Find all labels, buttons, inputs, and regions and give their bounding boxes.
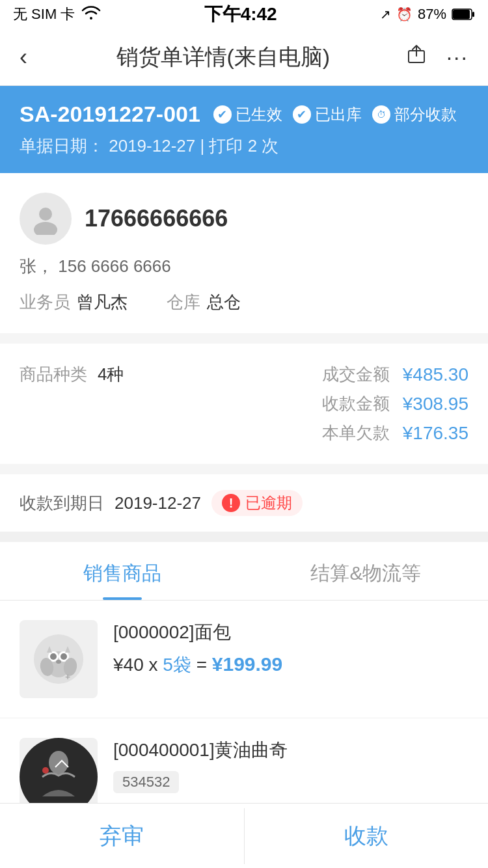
location-icon: ↗ [380,7,391,22]
customer-section: 17666666666 张， 156 6666 6666 业务员 曾凡杰 仓库 … [0,173,488,333]
customer-contact: 156 6666 6666 [58,256,171,276]
customer-row: 17666666666 [20,193,468,245]
print-info: | 打印 2 次 [200,136,278,156]
svg-point-14 [56,660,61,664]
cancel-button[interactable]: 弃审 [0,808,245,864]
svg-point-4 [39,208,52,221]
due-label: 收款到期日 [20,492,104,515]
svg-point-20 [42,767,49,774]
equals: = [191,655,212,675]
date-label: 单据日期： [20,136,104,156]
confirm-label: 收款 [344,823,388,848]
tab-products[interactable]: 销售商品 [0,542,244,600]
product-code: [0000002] [113,622,195,642]
salesperson-value: 曾凡杰 [77,291,128,314]
wifi-icon [81,5,101,23]
due-date: 2019-12-27 [115,493,201,513]
product-title: 黄油曲奇 [215,740,288,760]
svg-rect-1 [472,12,474,17]
svg-point-10 [50,653,57,660]
avatar [20,193,72,245]
product-name: [000400001]黄油曲奇 [113,738,468,763]
cancel-label: 弃审 [100,823,144,848]
due-section: 收款到期日 2019-12-27 ! 已逾期 [0,474,488,532]
product-thumbnail: + [20,620,98,698]
stats-section: 商品种类 4种 成交金额 ¥485.30 收款金额 ¥308.95 本单欠款 ¥… [0,344,488,464]
alarm-icon: ⏰ [396,7,413,22]
product-type-group: 商品种类 4种 [20,363,124,386]
no-sim-label: 无 SIM 卡 [13,5,75,24]
product-price-row: ¥40 x 5袋 = ¥199.99 [113,653,468,677]
order-id: SA-20191227-001 [20,102,200,127]
balance-row: 本单欠款 ¥176.35 [322,422,468,444]
bottom-bar: 弃审 收款 [0,803,488,868]
customer-phone: 17666666666 [85,205,228,232]
tab-products-label: 销售商品 [83,562,161,584]
svg-point-5 [34,222,57,235]
stats-row: 商品种类 4种 成交金额 ¥485.30 收款金额 ¥308.95 本单欠款 ¥… [20,363,468,444]
overdue-text: 已逾期 [245,493,292,513]
amount-row: 成交金额 ¥485.30 [322,363,468,386]
share-button[interactable] [406,44,427,70]
product-type-label: 商品种类 [20,363,87,386]
product-info: [0000002]面包 ¥40 x 5袋 = ¥199.99 [113,620,468,677]
tab-bar: 销售商品 结算&物流等 [0,542,488,601]
status-time: 下午4:42 [204,2,277,27]
warehouse-label: 仓库 [167,291,200,314]
received-value: ¥308.95 [403,394,468,414]
amounts-group: 成交金额 ¥485.30 收款金额 ¥308.95 本单欠款 ¥176.35 [322,363,468,444]
product-type-count: 4种 [98,363,124,386]
svg-point-11 [61,653,67,660]
status-badges: ✔ 已生效 ✔ 已出库 ⏱ 部分收款 [213,104,457,125]
order-date: 2019-12-27 [109,136,195,156]
customer-sub: 张， 156 6666 6666 [20,255,468,278]
battery-label: 87% [418,6,446,23]
svg-rect-2 [453,10,470,19]
svg-point-19 [49,751,68,774]
nav-bar: ‹ 销货单详情(来自电脑) ··· [0,29,488,86]
product-title: 面包 [195,622,231,642]
unit-price: ¥40 x [113,655,163,675]
order-id-row: SA-20191227-001 ✔ 已生效 ✔ 已出库 ⏱ 部分收款 [20,102,468,127]
received-row: 收款金额 ¥308.95 [322,392,468,415]
product-tag: 534532 [113,771,179,793]
warehouse-item: 仓库 总仓 [167,291,241,314]
warehouse-value: 总仓 [207,291,241,314]
product-code: [000400001] [113,740,215,760]
tab-settlement[interactable]: 结算&物流等 [244,542,488,600]
partial-label: 部分收款 [394,104,457,125]
badge-shipped: ✔ 已出库 [293,104,362,125]
shipped-label: 已出库 [315,104,362,125]
back-button[interactable]: ‹ [20,44,27,71]
product-item: + [0000002]面包 ¥40 x 5袋 = ¥199.99 [0,601,488,718]
status-right: ↗ ⏰ 87% [380,6,475,23]
tab-settlement-label: 结算&物流等 [310,562,421,584]
badge-partial: ⏱ 部分收款 [372,104,457,125]
svg-text:+: + [65,671,70,682]
partial-icon: ⏱ [372,105,390,124]
customer-name-text: 张， [20,256,53,276]
product-name: [0000002]面包 [113,620,468,645]
battery-icon [452,8,475,20]
order-header: SA-20191227-001 ✔ 已生效 ✔ 已出库 ⏱ 部分收款 单据日期：… [0,86,488,173]
nav-actions: ··· [406,44,468,70]
more-button[interactable]: ··· [446,44,468,70]
badge-effective: ✔ 已生效 [213,104,282,125]
amount-label: 成交金额 [322,363,390,386]
overdue-icon: ! [222,494,240,512]
page-title: 销货单详情(来自电脑) [40,42,406,72]
salesperson-label: 业务员 [20,291,70,314]
balance-value: ¥176.35 [403,423,468,444]
total-price: ¥199.99 [212,653,282,675]
confirm-button[interactable]: 收款 [245,808,489,864]
salesperson-item: 业务员 曾凡杰 [20,291,128,314]
amount-value: ¥485.30 [403,364,468,385]
section-divider [0,532,488,542]
status-left: 无 SIM 卡 [13,5,101,24]
effective-icon: ✔ [213,105,232,124]
effective-label: 已生效 [236,104,282,125]
order-date-row: 单据日期： 2019-12-27 | 打印 2 次 [20,135,468,157]
shipped-icon: ✔ [293,105,311,124]
received-label: 收款金额 [322,392,390,415]
overdue-badge: ! 已逾期 [211,490,303,516]
